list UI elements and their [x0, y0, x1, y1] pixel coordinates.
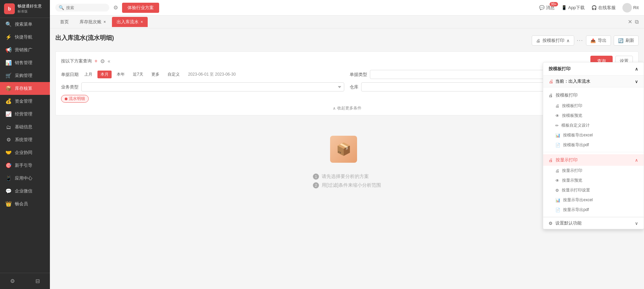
- dropdown-item-display-print-settings[interactable]: ⚙ 按显示打印设置: [543, 185, 644, 195]
- template-print-btn[interactable]: 🖨 按模板打印 ∧: [532, 35, 574, 46]
- tab-home[interactable]: 首页: [55, 17, 74, 27]
- display-section-chevron: ∧: [635, 158, 638, 163]
- empty-icon-box: 📦: [330, 136, 357, 163]
- sidebar-collapse-btn[interactable]: ⊟: [33, 277, 42, 286]
- dropdown-item-template-pdf[interactable]: 📄 按模板导出pdf: [543, 140, 644, 150]
- dropdown-item-template-excel[interactable]: 📊 按模板导出excel: [543, 130, 644, 140]
- dropdown-set-default[interactable]: ⚙ 设置默认功能 ∨: [543, 217, 644, 229]
- display-settings-label: 按显示打印设置: [562, 187, 590, 193]
- step-num-1: 1: [313, 174, 319, 180]
- dropdown-current[interactable]: 🖨 当前：出入库流水 ∨: [543, 76, 644, 87]
- tab-inout-flow[interactable]: 出入库流水 ×: [112, 17, 148, 27]
- sidebar-settings-btn[interactable]: ⚙: [7, 277, 18, 286]
- dropdown-item-template-preview[interactable]: 👁 按模板预览: [543, 111, 644, 121]
- template-print-item-label: 按模板打印: [562, 103, 582, 109]
- export-icon: 📤: [590, 38, 596, 43]
- doctype-field-label: 单据类型: [350, 72, 367, 78]
- sidebar-item-basic[interactable]: 🗂基础信息: [0, 121, 50, 133]
- app-download-btn[interactable]: 📱 App下载: [561, 5, 585, 11]
- dropdown-item-template-print[interactable]: 🖨 按模板打印: [543, 101, 644, 111]
- empty-steps: 1 请先选择要分析的方案 2 用[过滤]条件来缩小分析范围: [313, 174, 381, 188]
- sidebar-icon-quick-nav: ⚡: [5, 34, 11, 40]
- set-default-icon: ⚙: [549, 221, 553, 226]
- user-avatar[interactable]: Rit: [622, 3, 639, 12]
- dropdown-item-display-print[interactable]: 🖨 按显示打印: [543, 166, 644, 176]
- sidebar-item-inventory[interactable]: 📦库存核算: [0, 82, 50, 95]
- date-tab-this-year[interactable]: 本年: [114, 71, 128, 78]
- sidebar-item-wechat[interactable]: 💬企业微信: [0, 185, 50, 198]
- sidebar-label-member: 畅会员: [15, 201, 28, 207]
- dropdown-header: 按模板打印 ∧: [543, 62, 644, 76]
- sidebar-item-quick-nav[interactable]: ⚡快捷导航: [0, 31, 50, 44]
- sidebar-label-quick-nav: 快捷导航: [15, 34, 32, 40]
- sidebar-icon-marketing: 📢: [5, 47, 11, 53]
- dropdown-section-template-header[interactable]: 🖨 按模板打印: [543, 89, 644, 101]
- more-dots-btn[interactable]: ···: [577, 37, 583, 44]
- app-download-icon: 📱: [561, 5, 567, 10]
- chip-label: 流水明细: [69, 96, 85, 102]
- sidebar-label-app-center: 应用中心: [15, 175, 32, 181]
- page-content: 出入库流水(流水明细) 🖨 按模板打印 ∧ ··· 📤 导出 🔄 刷新: [50, 28, 644, 289]
- sidebar-icon-finance: 💰: [5, 98, 11, 104]
- sidebar-icon-operation: 📈: [5, 111, 11, 117]
- topbar: 🔍 ⚙ 体验行业方案 💬 消息 99+ 📱 App下载 🎧 在线客服 Rit: [50, 0, 644, 16]
- sidebar-item-system[interactable]: ⚙系统管理: [0, 133, 50, 146]
- date-tab-this-month[interactable]: 本月: [97, 71, 112, 78]
- tabbar-right: ✕ ⧉: [628, 19, 639, 25]
- filter-add-btn[interactable]: +: [94, 58, 97, 64]
- dropdown-section-display-header[interactable]: 🖨 按显示打印 ∧: [543, 154, 644, 166]
- search-input[interactable]: [66, 5, 100, 10]
- topbar-gear-icon[interactable]: ⚙: [113, 4, 118, 11]
- trial-btn[interactable]: 体验行业方案: [122, 3, 159, 13]
- display-print-icon-item: 🖨: [555, 168, 559, 173]
- sidebar-item-finance[interactable]: 💰资金管理: [0, 95, 50, 108]
- headset-icon: 🎧: [591, 5, 597, 10]
- sidebar-item-search-menu[interactable]: 🔍搜索菜单: [0, 18, 50, 31]
- date-tab-last-month[interactable]: 上月: [81, 71, 95, 78]
- date-tab-more[interactable]: 更多: [148, 71, 163, 78]
- sidebar-item-operation[interactable]: 📈经营管理: [0, 108, 50, 121]
- date-tab-7days[interactable]: 近7天: [130, 71, 146, 78]
- tab-close-all-icon[interactable]: ✕: [628, 19, 632, 25]
- sidebar-item-enterprise[interactable]: 🤝企业协同: [0, 146, 50, 159]
- date-tab-custom[interactable]: 自定义: [165, 71, 183, 78]
- dropdown-item-template-customize[interactable]: ✏ 模板自定义设计: [543, 121, 644, 130]
- dropdown-header-label: 按模板打印: [549, 66, 570, 72]
- topbar-search[interactable]: 🔍: [55, 4, 109, 11]
- filter-biztype-field: 业务类型: [61, 82, 344, 91]
- template-print-icon-item: 🖨: [555, 104, 559, 108]
- dropdown-item-display-preview[interactable]: 👁 按显示预览: [543, 176, 644, 185]
- tab-inout-flow-label: 出入库流水: [117, 19, 139, 25]
- empty-step-2: 2 用[过滤]条件来缩小分析范围: [313, 182, 381, 188]
- filter-collapse-btn[interactable]: «: [108, 58, 110, 64]
- sidebar-item-sales[interactable]: 📊销售管理: [0, 56, 50, 69]
- export-label: 导出: [598, 37, 607, 44]
- sidebar-item-member[interactable]: 👑畅会员: [0, 198, 50, 210]
- current-print-icon: 🖨: [549, 79, 553, 84]
- display-settings-icon: ⚙: [555, 188, 559, 193]
- dropdown-current-inner: 🖨 当前：出入库流水: [549, 78, 590, 84]
- actions-right: 🖨 按模板打印 ∧ ··· 📤 导出 🔄 刷新: [532, 35, 639, 46]
- tab-inout-flow-close[interactable]: ×: [141, 20, 143, 24]
- step-2-text: 用[过滤]条件来缩小分析范围: [322, 182, 381, 188]
- dropdown-item-display-excel[interactable]: 📊 按显示导出excel: [543, 195, 644, 205]
- display-preview-label: 按显示预览: [562, 178, 582, 183]
- tab-batch-account-close[interactable]: ×: [104, 20, 106, 24]
- tab-batch-account[interactable]: 库存批次账 ×: [75, 17, 111, 27]
- sidebar-item-marketing[interactable]: 📢营销推广: [0, 44, 50, 56]
- sidebar-item-guide[interactable]: 🎯新手引导: [0, 159, 50, 172]
- sidebar-item-app-center[interactable]: 📱应用中心: [0, 172, 50, 185]
- message-btn[interactable]: 💬 消息 99+: [539, 5, 555, 11]
- filter-setting-btn[interactable]: ⚙: [100, 58, 105, 64]
- tab-expand-icon[interactable]: ⧉: [635, 19, 639, 25]
- dropdown-item-display-pdf[interactable]: 📄 按显示导出pdf: [543, 205, 644, 215]
- online-service-btn[interactable]: 🎧 在线客服: [591, 5, 616, 11]
- filter-chip[interactable]: 流水明细: [61, 95, 89, 103]
- refresh-btn[interactable]: 🔄 刷新: [614, 35, 639, 46]
- logo-text: 畅捷通好生意: [18, 4, 42, 9]
- sidebar-item-purchase[interactable]: 🛒采购管理: [0, 69, 50, 82]
- template-preview-label: 按模板预览: [562, 113, 582, 119]
- export-btn[interactable]: 📤 导出: [586, 35, 611, 46]
- filter-date-field: 单据日期 上月 本月 本年 近7天 更多 自定义 2023-06-01 至 20…: [61, 71, 344, 78]
- biztype-select[interactable]: [81, 82, 344, 91]
